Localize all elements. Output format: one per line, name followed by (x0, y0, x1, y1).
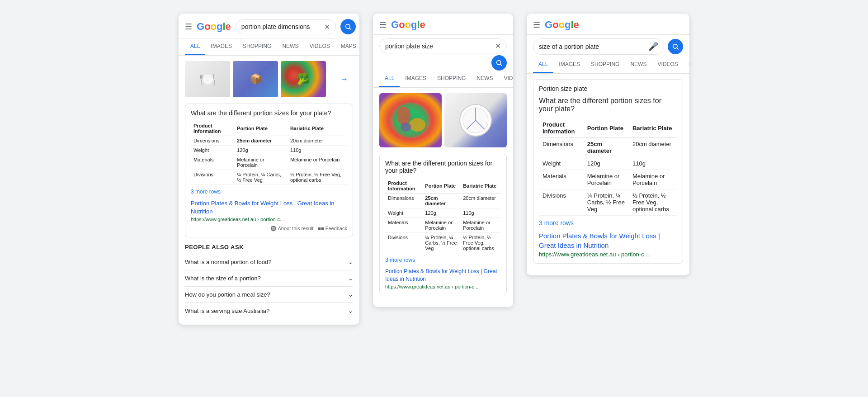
table-row: Dimensions 25cm diameter 20cm diameter (539, 138, 677, 157)
search-bar-3[interactable]: 🎤 (533, 38, 664, 55)
tab-videos-3[interactable]: VIDEOS (652, 57, 683, 73)
tab-shopping-1[interactable]: SHOPPING (237, 38, 277, 55)
source-link-3: Portion Plates & Bowls for Weight Loss |… (539, 231, 677, 258)
tab-maps-1[interactable]: MAPS (335, 38, 359, 55)
clear-icon-2[interactable]: ✕ (495, 42, 501, 50)
header-3: ☰ Google (527, 14, 689, 35)
svg-point-2 (497, 61, 501, 65)
section-label-3: Portion size plate (539, 85, 677, 92)
search-input-1[interactable] (241, 23, 321, 30)
paa-item-3[interactable]: How do you portion a meal size? ⌄ (185, 287, 353, 303)
chevron-down-icon-3: ⌄ (348, 291, 353, 298)
table-row: Dimensions 25cm diameter 20cm diameter (385, 194, 501, 208)
tab-news-2[interactable]: NEWS (471, 71, 498, 87)
source-title-3[interactable]: Portion Plates & Bowls for Weight Loss |… (539, 231, 677, 250)
hamburger-icon[interactable]: ☰ (185, 22, 192, 32)
tab-shopping-2[interactable]: SHOPPING (432, 71, 471, 87)
table-row: Materials Melamine or Porcelain Melamine… (191, 155, 347, 170)
tab-all-3[interactable]: ALL (533, 57, 553, 73)
image-thumb-veggies[interactable]: 🥦 (281, 61, 326, 97)
view-more-button[interactable]: → (335, 61, 353, 97)
table-row: Weight 120g 110g (191, 146, 347, 155)
search-bar-1[interactable]: ✕ (236, 19, 336, 34)
more-rows-link-2[interactable]: 3 more rows (385, 257, 501, 263)
tab-videos-1[interactable]: VIDEOS (304, 38, 335, 55)
tab-news-3[interactable]: NEWS (625, 57, 652, 73)
search-button-1[interactable] (340, 19, 356, 34)
hamburger-icon-2[interactable]: ☰ (379, 20, 387, 30)
source-url-1: https://www.greatideas.net.au › portion-… (191, 217, 347, 222)
source-link-2: Portion Plates & Bowls for Weight Loss |… (385, 268, 501, 289)
search-button-3[interactable] (668, 39, 683, 54)
chevron-down-icon-4: ⌄ (348, 307, 353, 314)
search-tabs-1: ALL IMAGES SHOPPING NEWS VIDEOS MAPS BOO… (179, 38, 359, 56)
svg-point-6 (409, 118, 425, 132)
tab-all-2[interactable]: ALL (379, 71, 400, 87)
content-2: What are the different portion sizes for… (373, 88, 513, 307)
table-row: Divisions ¼ Protein, ¼ Carbs, ½ Free Veg… (191, 170, 347, 185)
table-row: Dimensions 25cm diameter 20cm diameter (191, 136, 347, 146)
search-input-3[interactable] (539, 43, 645, 50)
google-logo-2: Google (391, 19, 425, 31)
image-plate-lg[interactable] (444, 93, 507, 147)
snippet-table-3: Product Information Portion Plate Bariat… (539, 118, 677, 216)
paa-item-1[interactable]: What is a normal portion of food? ⌄ (185, 254, 353, 270)
col-header-portion: Portion Plate (234, 121, 288, 136)
paa-question-1: What is a normal portion of food? (185, 259, 272, 265)
tab-images-1[interactable]: IMAGES (205, 38, 237, 55)
mic-icon[interactable]: 🎤 (648, 42, 658, 52)
search-bar-wrapper-2: ✕ (373, 35, 513, 55)
more-rows-link-1[interactable]: 3 more rows (191, 189, 347, 195)
table-row: Materials Melamine or Porcelain Melamine… (385, 218, 501, 233)
tab-all-1[interactable]: ALL (185, 38, 205, 55)
snippet-table-2: Product Information Portion Plate Bariat… (385, 179, 501, 253)
col-header-portion-2: Portion Plate (422, 179, 460, 194)
tab-news-1[interactable]: NEWS (277, 38, 304, 55)
paa-item-4[interactable]: What is a serving size Australia? ⌄ (185, 303, 353, 319)
paa-item-2[interactable]: What is the size of a portion? ⌄ (185, 270, 353, 287)
image-pair-2 (379, 93, 507, 147)
source-title-2[interactable]: Portion Plates & Bowls for Weight Loss |… (385, 268, 501, 283)
image-thumb-plate[interactable]: 🍽️ (185, 61, 230, 97)
image-thumb-boxes[interactable]: 📦 (233, 61, 278, 97)
about-feedback-1: 🔘 About this result ■■ Feedback (191, 226, 347, 232)
col-header-product-2: Product Information (385, 179, 422, 194)
search-input-2[interactable] (385, 43, 491, 50)
tab-images-3[interactable]: IMAGES (553, 57, 585, 73)
search-bar-2[interactable]: ✕ (379, 38, 507, 53)
google-logo: Google (197, 21, 231, 33)
about-result[interactable]: 🔘 About this result (270, 226, 313, 232)
cell-weight-portion: 120g (234, 146, 288, 155)
tab-videos-2[interactable]: VIDEOS (498, 71, 513, 87)
image-veggies-lg[interactable] (379, 93, 442, 147)
feedback-link[interactable]: ■■ Feedback (318, 226, 347, 232)
table-row: Weight 120g 110g (385, 208, 501, 218)
tab-shopping-3[interactable]: SHOPPING (585, 57, 625, 73)
cell-mat-label: Materials (191, 155, 234, 170)
hamburger-icon-3[interactable]: ☰ (533, 20, 540, 30)
cell-mat-bariatric: Melamine or Porcelain (288, 155, 347, 170)
source-link-1: Portion Plates & Bowls for Weight Loss |… (191, 199, 347, 222)
snippet-question-2: What are the different portion sizes for… (385, 160, 501, 174)
search-tabs-3: ALL IMAGES SHOPPING NEWS VIDEOS M (527, 57, 689, 74)
svg-point-10 (673, 44, 677, 48)
search-card-2: ☰ Google ✕ ALL IMAGES SHOPPING NEWS VIDE… (373, 14, 513, 307)
tab-images-2[interactable]: IMAGES (400, 71, 432, 87)
source-url-3: https://www.greatideas.net.au › portion-… (539, 251, 677, 258)
search-card-3: ☰ Google 🎤 ALL IMAGES SHOPPING NEWS VIDE… (527, 14, 689, 275)
chevron-down-icon-1: ⌄ (348, 259, 353, 265)
snippet-question-3: What are the different portion sizes for… (539, 97, 677, 113)
search-row-3: 🎤 (527, 35, 689, 57)
svg-point-5 (397, 107, 410, 125)
more-rows-link-3[interactable]: 3 more rows (539, 219, 677, 227)
search-button-2[interactable] (491, 55, 507, 71)
source-url-2: https://www.greatideas.net.au › portion-… (385, 284, 501, 289)
tab-more-3[interactable]: M (684, 57, 689, 73)
search-card-1: ☰ Google ✕ ALL IMAGES SHOPPING NEWS VIDE… (179, 14, 359, 325)
content-3: Portion size plate What are the differen… (527, 74, 689, 275)
table-row: Divisions ¼ Protein, ¼ Carbs, ½ Free Veg… (539, 189, 677, 216)
paa-question-4: What is a serving size Australia? (185, 307, 269, 314)
clear-icon-1[interactable]: ✕ (324, 23, 330, 31)
chevron-down-icon-2: ⌄ (348, 275, 353, 282)
source-title-1[interactable]: Portion Plates & Bowls for Weight Loss |… (191, 199, 347, 216)
